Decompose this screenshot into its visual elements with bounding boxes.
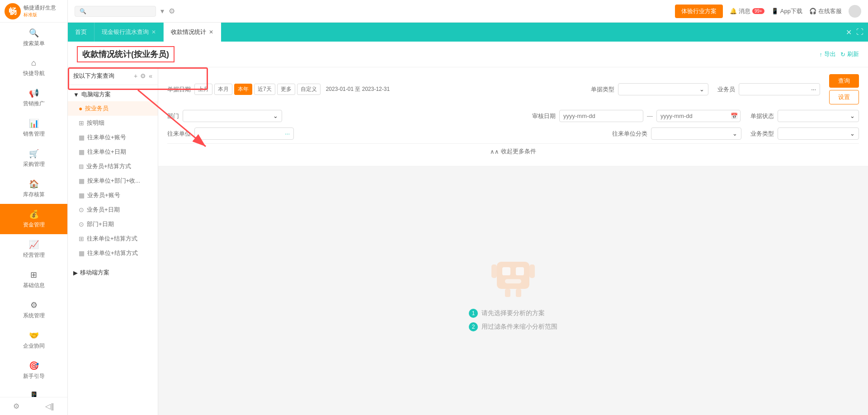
scheme-label: 往来单位+结算方式 <box>87 249 138 257</box>
salesperson-account-icon: ▦ <box>79 192 85 199</box>
doc-status-label: 单据状态 <box>750 112 774 120</box>
add-scheme-icon[interactable]: + <box>134 72 137 80</box>
doc-type-select[interactable]: ⌄ <box>618 83 708 95</box>
sidebar-item-label: 资金管理 <box>23 221 45 229</box>
collapse-filter-btn[interactable]: ∧∧ 收起更多条件 <box>490 147 536 156</box>
date-option-this-year[interactable]: 本年 <box>234 84 252 95</box>
settings-button[interactable]: 设置 <box>829 90 859 104</box>
scheme-partner-date[interactable]: ▦ 往来单位+日期 <box>68 145 158 159</box>
scheme-by-partner-dept[interactable]: ▦ 按来单位+部门+收... <box>68 174 158 188</box>
date-option-more[interactable]: 更多 <box>277 84 295 95</box>
tab-receipt-stat-label: 收款情况统计 <box>171 28 206 36</box>
sidebar: 畅 畅捷通好生意 标准版 🔍 搜索菜单 ⌂ 快捷导航 📢 营销推广 📊 销售管理 <box>0 0 68 415</box>
top-search-box[interactable]: 🔍 <box>75 6 156 17</box>
desktop-group-title[interactable]: ▼ 电脑端方案 <box>68 88 158 101</box>
collapse-panel-icon[interactable]: « <box>149 72 152 80</box>
sidebar-item-sales[interactable]: 📊 销售管理 <box>0 113 67 143</box>
audit-date-to[interactable] <box>656 110 741 122</box>
date-filter-group: 单据日期 上月 本月 本年 近7天 更多 自定义 2023-01-01 至 20… <box>167 84 390 95</box>
sidebar-item-basic[interactable]: ⊞ 基础信息 <box>0 264 67 295</box>
scheme-label: 往来单位+结算方式 <box>87 235 137 243</box>
export-button[interactable]: ↑ 导出 <box>820 50 836 58</box>
step-2-text: 用过滤条件来缩小分析范围 <box>481 323 557 331</box>
biz-type-arrow: ⌄ <box>850 130 855 137</box>
scheme-partner-account[interactable]: ▦ 往来单位+账号 <box>68 130 158 145</box>
partner-select[interactable]: ··· <box>194 127 294 140</box>
maximize-icon[interactable]: ⛶ <box>856 28 863 36</box>
page-title: 收款情况统计(按业务员) <box>77 46 175 62</box>
sidebar-item-enterprise[interactable]: 🤝 企业协同 <box>0 325 67 355</box>
close-window-icon[interactable]: ✕ <box>846 28 852 37</box>
sidebar-item-quicknav[interactable]: ⌂ 快捷导航 <box>0 53 67 83</box>
partner-more-btn[interactable]: ··· <box>285 130 290 137</box>
sidebar-item-search[interactable]: 🔍 搜索菜单 <box>0 23 67 53</box>
basic-icon: ⊞ <box>30 270 37 280</box>
download-icon: 📱 <box>771 8 778 14</box>
scheme-by-salesperson[interactable]: ● 按业务员 <box>68 101 158 116</box>
date-option-7days[interactable]: 近7天 <box>254 84 275 95</box>
date-option-last-month[interactable]: 上月 <box>194 84 212 95</box>
svg-rect-7 <box>516 289 521 297</box>
sidebar-item-operation[interactable]: 📈 经营管理 <box>0 234 67 264</box>
partner-category-label: 往来单位分类 <box>612 130 647 138</box>
sidebar-item-label: 快捷导航 <box>23 70 45 77</box>
left-panel: 按以下方案查询 + ⚙ « ▼ 电脑端方案 ● 按业务员 <box>68 67 158 415</box>
calendar-icon-from[interactable]: 📅 <box>731 113 738 119</box>
scheme-partner-settlement1[interactable]: ⊞ 往来单位+结算方式 <box>68 231 158 246</box>
app-download-action[interactable]: 📱 App下载 <box>771 7 802 15</box>
user-avatar[interactable] <box>849 5 861 18</box>
audit-date-separator: — <box>647 113 653 119</box>
dept-select[interactable]: ⌄ <box>183 110 282 122</box>
sidebar-item-purchase[interactable]: 🛒 采购管理 <box>0 143 67 174</box>
tab-receipt-stat[interactable]: 收款情况统计 ✕ <box>164 23 221 42</box>
settings-bottom-icon[interactable]: ⚙ <box>13 402 19 410</box>
doc-status-select[interactable]: ⌄ <box>778 110 859 122</box>
scheme-label: 业务员+账号 <box>87 191 120 199</box>
date-option-custom[interactable]: 自定义 <box>297 84 321 95</box>
empty-step-1: 1 请先选择要分析的方案 <box>469 309 557 318</box>
search-dropdown-icon[interactable]: ▾ <box>160 7 164 15</box>
sidebar-item-hardware[interactable]: 📱 智能硬件 <box>0 386 67 397</box>
biz-type-select[interactable]: ⌄ <box>778 127 859 140</box>
partner-category-select[interactable]: ⌄ <box>651 127 741 140</box>
date-option-this-month[interactable]: 本月 <box>214 84 232 95</box>
tab-bank-flow[interactable]: 现金银行流水查询 ✕ <box>94 23 164 42</box>
settings-icon[interactable]: ⚙ <box>169 7 175 15</box>
audit-date-from[interactable] <box>559 110 643 122</box>
top-bar-left: 🔍 ▾ ⚙ <box>75 6 175 17</box>
sidebar-item-label: 库存核算 <box>23 191 45 198</box>
chevron-down-icon: ▼ <box>73 91 79 98</box>
sidebar-item-marketing[interactable]: 📢 营销推广 <box>0 83 67 113</box>
scheme-dept-date[interactable]: ⊙ 部门+日期 <box>68 217 158 231</box>
scheme-by-detail[interactable]: ⊞ 按明细 <box>68 116 158 130</box>
sidebar-item-guide[interactable]: 🎯 新手引导 <box>0 355 67 386</box>
tab-home[interactable]: 首页 <box>68 23 94 42</box>
sidebar-item-finance[interactable]: 💰 资金管理 <box>0 204 67 234</box>
refresh-button[interactable]: ↻ 刷新 <box>840 50 859 58</box>
scheme-label: 按明细 <box>87 119 104 127</box>
collapse-sidebar-icon[interactable]: ◁‖ <box>45 402 54 410</box>
salesperson-select[interactable]: ··· <box>739 83 820 95</box>
notification-action[interactable]: 🔔 消息 99+ <box>730 7 764 15</box>
query-button[interactable]: 查询 <box>829 74 859 88</box>
mobile-group-title[interactable]: ▶ 移动端方案 <box>68 266 158 279</box>
tab-receipt-stat-close[interactable]: ✕ <box>209 29 213 35</box>
scheme-salesperson-settlement[interactable]: ▨ 业务员+结算方式 <box>68 159 158 174</box>
scheme-salesperson-account[interactable]: ▦ 业务员+账号 <box>68 188 158 203</box>
search-menu-icon: 🔍 <box>29 28 39 38</box>
export-icon: ↑ <box>820 51 823 58</box>
sidebar-item-label: 采购管理 <box>23 160 45 168</box>
online-service-action[interactable]: 🎧 在线客服 <box>809 7 842 15</box>
scheme-settings-icon[interactable]: ⚙ <box>140 72 146 80</box>
scheme-salesperson-date[interactable]: ⊙ 业务员+日期 <box>68 203 158 217</box>
trial-button[interactable]: 体验行业方案 <box>675 5 723 18</box>
inventory-icon: 🏠 <box>29 179 39 189</box>
sidebar-item-system[interactable]: ⚙ 系统管理 <box>0 295 67 325</box>
scheme-partner-settlement2[interactable]: ▦ 往来单位+结算方式 <box>68 246 158 260</box>
partner-filter: 往来单位 ··· <box>167 127 294 140</box>
sidebar-item-inventory[interactable]: 🏠 库存核算 <box>0 174 67 204</box>
system-icon: ⚙ <box>30 300 38 310</box>
hardware-icon: 📱 <box>29 391 39 397</box>
sidebar-item-label: 新手引导 <box>23 373 45 380</box>
tab-bank-flow-close[interactable]: ✕ <box>151 29 156 35</box>
